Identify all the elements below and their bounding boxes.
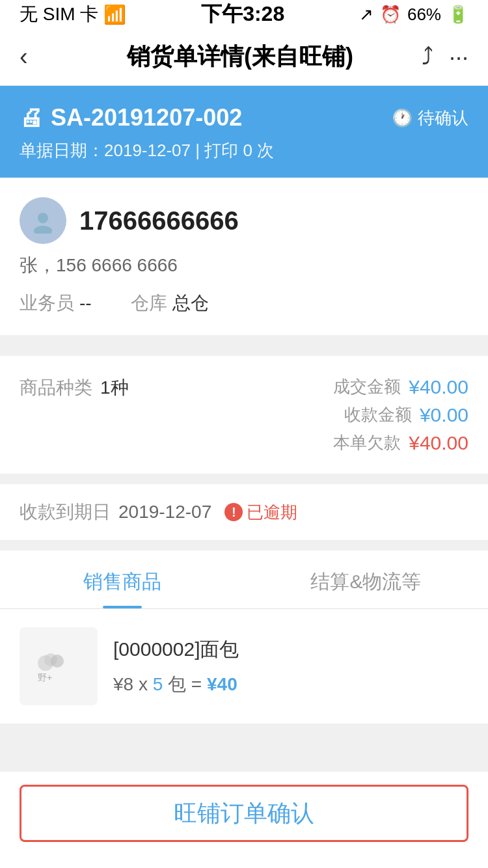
order-status: 🕐 待确认 — [392, 107, 468, 129]
location-icon: ↗ — [359, 5, 373, 25]
svg-text:野+: 野+ — [38, 672, 52, 683]
customer-phone: 17666666666 — [79, 206, 239, 236]
tabs-bar: 销售商品 结算&物流等 — [0, 550, 488, 609]
back-button[interactable]: ‹ — [20, 43, 59, 71]
order-id: 🖨 SA-20191207-002 — [20, 104, 242, 131]
product-total: ¥40 — [207, 674, 237, 694]
overdue-text: 已逾期 — [247, 501, 297, 524]
product-price: ¥8 — [113, 674, 133, 694]
salesperson-label: 业务员 — [20, 291, 74, 316]
deal-amount-row: 成交金额 ¥40.00 — [333, 375, 468, 398]
overdue-badge: ! 已逾期 — [224, 501, 297, 524]
summary-row: 商品种类 1种 成交金额 ¥40.00 收款金额 ¥0.00 本单欠款 ¥40.… — [20, 375, 468, 454]
svg-point-1 — [34, 226, 52, 234]
payment-amount-row: 收款金额 ¥0.00 — [344, 403, 468, 426]
overdue-icon: ! — [224, 503, 243, 521]
status-bar: 无 SIM 卡 📶 下午3:28 ↗ ⏰ 66% 🔋 — [0, 0, 488, 29]
share-button[interactable]: ⤴ — [422, 44, 433, 71]
status-left: 无 SIM 卡 📶 — [20, 2, 126, 27]
battery-icon: 🔋 — [448, 5, 468, 25]
due-date-value: 2019-12-07 — [118, 502, 211, 522]
product-item: 野+ [0000002]面包 ¥8 x 5 包 = ¥40 — [0, 609, 488, 724]
product-equals: = — [191, 674, 207, 694]
page-title: 销货单详情(来自旺铺) — [127, 41, 353, 73]
wifi-icon: 📶 — [103, 4, 126, 25]
product-name: [0000002]面包 — [113, 636, 468, 663]
status-clock-icon: 🕐 — [392, 108, 413, 128]
debt-value: ¥40.00 — [409, 432, 468, 454]
debt-label: 本单欠款 — [333, 431, 401, 454]
svg-point-0 — [38, 213, 48, 223]
product-qty: 5 — [153, 674, 163, 694]
divider-1 — [0, 346, 488, 356]
due-date-label: 收款到期日 — [20, 500, 111, 524]
product-thumbnail: 野+ — [20, 627, 98, 705]
customer-header: 17666666666 — [20, 197, 468, 244]
product-unit: 包 — [168, 674, 186, 694]
due-date-card: 收款到期日 2019-12-07 ! 已逾期 — [0, 484, 488, 540]
warehouse-value: 总仓 — [172, 291, 209, 316]
salesperson-meta: 业务员 -- — [20, 291, 92, 316]
goods-type-value: 1种 — [100, 375, 129, 400]
product-info: [0000002]面包 ¥8 x 5 包 = ¥40 — [113, 636, 468, 697]
payment-value: ¥0.00 — [420, 404, 468, 426]
product-multiply: x — [139, 674, 153, 694]
tab-products[interactable]: 销售商品 — [0, 550, 244, 608]
divider-2 — [0, 474, 488, 484]
debt-amount-row: 本单欠款 ¥40.00 — [333, 431, 468, 454]
amounts-section: 成交金额 ¥40.00 收款金额 ¥0.00 本单欠款 ¥40.00 — [333, 375, 468, 454]
confirm-button[interactable]: 旺铺订单确认 — [20, 785, 468, 842]
product-price-row: ¥8 x 5 包 = ¥40 — [113, 672, 468, 697]
payment-label: 收款金额 — [344, 403, 412, 426]
warehouse-meta: 仓库 总仓 — [131, 291, 209, 316]
customer-card: 17666666666 张，156 6666 6666 业务员 -- 仓库 总仓 — [0, 178, 488, 335]
order-date: 单据日期：2019-12-07 | 打印 0 次 — [20, 139, 468, 162]
deal-amount-label: 成交金额 — [333, 375, 401, 398]
tab-settlement[interactable]: 结算&物流等 — [244, 550, 488, 608]
summary-card: 商品种类 1种 成交金额 ¥40.00 收款金额 ¥0.00 本单欠款 ¥40.… — [0, 356, 488, 474]
more-button[interactable]: ··· — [449, 44, 468, 71]
customer-avatar — [20, 197, 66, 244]
product-list: 野+ [0000002]面包 ¥8 x 5 包 = ¥40 — [0, 609, 488, 724]
bottom-bar: 旺铺订单确认 — [0, 772, 488, 868]
time-display: 下午3:28 — [201, 0, 284, 29]
order-header: 🖨 SA-20191207-002 🕐 待确认 单据日期：2019-12-07 … — [0, 86, 488, 178]
goods-type-label: 商品种类 — [20, 375, 92, 400]
customer-name: 张，156 6666 6666 — [20, 253, 468, 278]
customer-meta: 业务员 -- 仓库 总仓 — [20, 291, 468, 316]
nav-bar: ‹ 销货单详情(来自旺铺) ⤴ ··· — [0, 29, 488, 86]
warehouse-label: 仓库 — [131, 291, 167, 316]
order-id-icon: 🖨 — [20, 104, 43, 131]
divider-3 — [0, 540, 488, 550]
battery-text: 66% — [407, 5, 441, 25]
order-id-text: SA-20191207-002 — [51, 104, 242, 131]
status-right: ↗ ⏰ 66% 🔋 — [359, 5, 468, 25]
goods-type-section: 商品种类 1种 — [20, 375, 129, 400]
nav-actions: ⤴ ··· — [422, 44, 468, 71]
svg-point-4 — [51, 655, 64, 668]
deal-amount-value: ¥40.00 — [409, 376, 468, 398]
salesperson-value: -- — [79, 293, 92, 314]
alarm-icon: ⏰ — [380, 5, 401, 25]
order-header-top: 🖨 SA-20191207-002 🕐 待确认 — [20, 104, 468, 131]
carrier-text: 无 SIM 卡 — [20, 2, 98, 27]
status-text: 待确认 — [418, 107, 468, 129]
